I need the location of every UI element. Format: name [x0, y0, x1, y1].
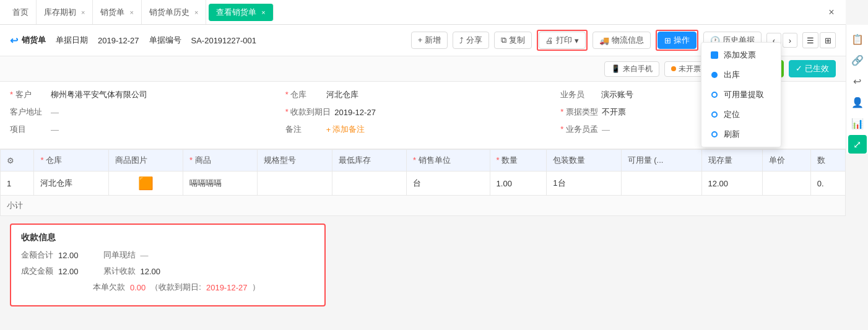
doc-meta: 单据日期 2019-12-27 单据编号 SA-20191227-001 — [56, 35, 256, 46]
tab-sales-order-label: 销货单 — [100, 7, 124, 18]
subtotal-label: 小计 — [1, 196, 846, 216]
same-order-label: 同单现结 — [103, 250, 136, 261]
row-pkg-qty: 1台 — [547, 172, 621, 196]
view-toggle: ☰ ⊞ — [802, 32, 836, 48]
sidebar-icon-1[interactable]: 📋 — [848, 30, 867, 48]
share-button[interactable]: ⤴ 分享 — [453, 32, 489, 49]
payment-row-3: 本单欠款 0.00 （收款到期日: 2019-12-27 ） — [21, 282, 315, 293]
tab-sales-order[interactable]: 销货单 × — [93, 0, 141, 24]
outbound-icon — [710, 71, 719, 79]
circle-o-icon-2 — [711, 111, 718, 118]
add-invoice-label: 添加发票 — [724, 50, 756, 61]
date-label: 单据日期 — [56, 35, 88, 46]
payment-date-field: * 收款到期日 2019-12-27 — [285, 106, 561, 118]
mobile-btn[interactable]: 📱 来自手机 — [604, 61, 659, 77]
copy-label: 复制 — [509, 35, 525, 46]
doc-icon: ↩ — [10, 35, 18, 46]
logistics-button[interactable]: 🚚 物流信息 — [592, 32, 651, 49]
share-icon: ⤴ — [459, 36, 464, 45]
payment-date-label: * 收款到期日 — [285, 106, 331, 118]
copy-button[interactable]: ⧉ 复制 — [494, 32, 532, 49]
print-button[interactable]: 🖨 打印 ▾ — [539, 32, 586, 49]
tab-inventory[interactable]: 库存期初 × — [37, 0, 93, 24]
not-open-label: 未开票 — [679, 64, 701, 74]
refresh-label: 刷新 — [724, 129, 740, 140]
payment-date-value: 2019-12-27 — [334, 108, 376, 117]
amount-label: 金额合计 — [21, 250, 53, 261]
sidebar-icon-4[interactable]: 👤 — [848, 93, 867, 111]
right-sidebar: 📋 🔗 ↩ 👤 📊 ⤢ — [846, 25, 868, 154]
doc-title-text: 销货单 — [22, 35, 46, 46]
available-qty-icon — [710, 90, 719, 99]
copy-icon: ⧉ — [501, 35, 506, 45]
customer-field: * 客户 柳州粤港平安气体有限公司 — [10, 89, 285, 100]
print-label: 打印 — [556, 35, 572, 46]
accumulated-label: 累计收款 — [103, 266, 136, 277]
circle-o-icon-3 — [711, 131, 718, 137]
window-close-btn[interactable]: × — [822, 3, 841, 22]
payment-box: 收款信息 金额合计 12.00 同单现结 — 成交金额 12.00 累计收款 1… — [10, 224, 326, 306]
refresh-icon — [710, 130, 719, 139]
add-note-btn[interactable]: 添加备注 — [326, 124, 365, 135]
staff-label: 业务员 — [560, 89, 597, 100]
operation-dropdown: 添加发票 出库 可用量提取 定位 刷新 — [701, 42, 781, 147]
operation-button[interactable]: ⊞ 操作 — [658, 32, 697, 49]
sidebar-icon-2[interactable]: 🔗 — [848, 51, 867, 69]
product-image-icon: 🟧 — [138, 176, 154, 190]
row-unit: 台 — [406, 172, 490, 196]
available-qty-label: 可用量提取 — [724, 89, 764, 100]
subtotal-row: 小计 — [1, 196, 846, 216]
operation-label: 操作 — [674, 35, 690, 46]
next-arrow[interactable]: › — [783, 33, 797, 48]
tab-sales-history-label: 销货单历史 — [149, 7, 189, 18]
ticket-type-value: 不开票 — [602, 106, 626, 118]
table-container: ⚙ * 仓库 商品图片 * 商品 规格型号 最低库存 * 销售单位 * 数量 包… — [0, 149, 846, 216]
dropdown-available-qty[interactable]: 可用量提取 — [701, 85, 781, 105]
col-extra: 数 — [810, 150, 845, 172]
mobile-label: 来自手机 — [623, 64, 653, 74]
dropdown-outbound[interactable]: 出库 — [701, 65, 781, 85]
effective-btn[interactable]: ✓ 已生效 — [789, 60, 836, 77]
transaction-item: 成交金额 12.00 — [21, 266, 79, 277]
not-open-dot — [671, 66, 676, 71]
sidebar-icon-expand[interactable]: ⤢ — [848, 135, 867, 154]
doc-title: ↩ 销货单 — [10, 35, 46, 46]
mobile-icon: 📱 — [611, 64, 620, 73]
date-value: 2019-12-27 — [98, 36, 139, 45]
address-value: — — [51, 108, 59, 117]
col-pkg-qty: 包装数量 — [547, 150, 621, 172]
grid-view-btn[interactable]: ⊞ — [820, 32, 836, 48]
arrears-label: 本单欠款 — [93, 282, 125, 293]
new-button[interactable]: + 新增 — [411, 32, 448, 49]
tab-inventory-close[interactable]: × — [81, 9, 85, 16]
logistics-label: 物流信息 — [612, 35, 644, 46]
same-order-item: 同单现结 — — [103, 250, 149, 261]
dropdown-add-invoice[interactable]: 添加发票 — [701, 45, 781, 65]
row-price — [763, 172, 810, 196]
add-invoice-icon — [710, 51, 719, 59]
arrears-date: 2019-12-27 — [206, 283, 248, 292]
tab-sales-history-close[interactable]: × — [194, 9, 198, 16]
tab-view-sales[interactable]: 查看销货单 × — [209, 4, 273, 21]
effective-label: ✓ 已生效 — [796, 63, 829, 74]
sidebar-icon-5[interactable]: 📊 — [848, 114, 867, 132]
gear-icon[interactable]: ⚙ — [7, 156, 14, 165]
tab-sales-order-close[interactable]: × — [129, 9, 133, 16]
rect-icon — [711, 51, 718, 59]
col-price: 单价 — [763, 150, 810, 172]
tab-sales-history[interactable]: 销货单历史 × — [142, 0, 206, 24]
accumulated-item: 累计收款 12.00 — [103, 266, 161, 277]
dropdown-locate[interactable]: 定位 — [701, 105, 781, 124]
payment-title: 收款信息 — [21, 232, 315, 243]
dropdown-refresh[interactable]: 刷新 — [701, 124, 781, 144]
tab-view-sales-close[interactable]: × — [261, 9, 265, 16]
col-gear[interactable]: ⚙ — [1, 150, 34, 172]
sidebar-icon-3[interactable]: ↩ — [848, 72, 867, 90]
staff2-field: * 业务员孟 — — [560, 124, 836, 135]
table-row: 1 河北仓库 🟧 嗝嗝嗝嗝 台 1.00 1台 12.00 0. — [1, 172, 846, 196]
list-view-btn[interactable]: ☰ — [802, 32, 818, 48]
circle-icon — [711, 72, 718, 78]
row-extra: 0. — [810, 172, 845, 196]
tab-home-label: 首页 — [12, 7, 28, 18]
tab-home[interactable]: 首页 — [5, 0, 37, 24]
